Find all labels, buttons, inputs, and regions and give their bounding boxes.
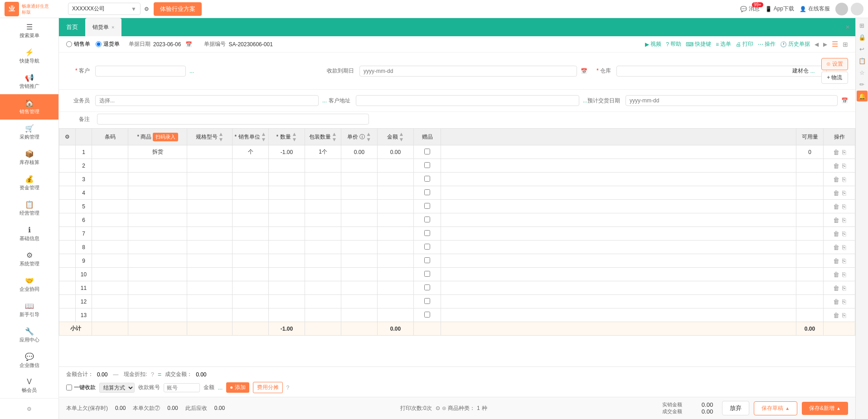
sidebar-bottom-gear[interactable]: ⚙ [0, 402, 58, 416]
sidebar-item-11[interactable]: 📖新手引导 [0, 297, 58, 323]
cell-qty-6[interactable] [269, 227, 305, 241]
cell-spec-0[interactable] [187, 145, 233, 159]
cell-product-3[interactable] [128, 186, 187, 200]
cell-barcode-2[interactable] [92, 173, 128, 186]
cell-barcode-6[interactable] [92, 227, 128, 241]
cell-qty-2[interactable] [269, 173, 305, 186]
cell-price-6[interactable] [341, 227, 378, 241]
cell-gift-2[interactable] [414, 173, 441, 186]
right-tool-undo[interactable]: ↩ [857, 43, 868, 54]
cell-spec-4[interactable] [187, 200, 233, 213]
cell-packqty-5[interactable] [305, 213, 341, 227]
note-input[interactable] [97, 114, 369, 125]
copy-icon-7[interactable]: ⎘ [842, 244, 846, 251]
right-tool-note[interactable]: 📋 [857, 55, 868, 66]
warehouse-input[interactable] [616, 66, 827, 77]
cell-qty-0[interactable]: -1.00 [269, 145, 305, 159]
cell-amount-7[interactable] [378, 241, 414, 254]
cell-packqty-7[interactable] [305, 241, 341, 254]
gift-checkbox-12[interactable] [424, 312, 430, 318]
delete-icon-10[interactable]: 🗑 [833, 284, 839, 292]
avatar2[interactable] [851, 3, 863, 15]
delete-icon-2[interactable]: 🗑 [833, 176, 839, 183]
cell-gift-1[interactable] [414, 159, 441, 173]
cell-unit-0[interactable]: 个 [233, 145, 269, 159]
cell-spec-2[interactable] [187, 173, 233, 186]
cell-spec-5[interactable] [187, 213, 233, 227]
history-action[interactable]: 🕐 历史单据 [780, 40, 810, 48]
cell-amount-10[interactable] [378, 281, 414, 295]
cell-gift-11[interactable] [414, 295, 441, 308]
cell-barcode-9[interactable] [92, 268, 128, 281]
grid-view-icon[interactable]: ⊞ [843, 41, 848, 48]
cell-spec-7[interactable] [187, 241, 233, 254]
sidebar-item-14[interactable]: V畅会员 [0, 373, 58, 398]
discount-help-icon[interactable]: ? [151, 371, 154, 378]
cell-price-8[interactable] [341, 254, 378, 268]
cell-price-11[interactable] [341, 295, 378, 308]
print-action[interactable]: 🖨 打印 [736, 40, 753, 48]
copy-icon-0[interactable]: ⎘ [842, 149, 846, 156]
copy-icon-6[interactable]: ⎘ [842, 230, 846, 237]
message-item[interactable]: 💬 消息 99+ [740, 5, 760, 13]
cell-packqty-3[interactable] [305, 186, 341, 200]
app-download-item[interactable]: 📱 App下载 [765, 5, 794, 13]
delete-icon-0[interactable]: 🗑 [833, 149, 839, 156]
trial-button[interactable]: 体验行业方案 [154, 2, 202, 16]
right-tool-alert[interactable]: 🔔 [857, 91, 868, 101]
cell-product-7[interactable] [128, 241, 187, 254]
cell-product-6[interactable] [128, 227, 187, 241]
cell-gift-7[interactable] [414, 241, 441, 254]
cell-barcode-12[interactable] [92, 308, 128, 322]
gift-checkbox-10[interactable] [424, 284, 430, 290]
cell-spec-6[interactable] [187, 227, 233, 241]
cell-barcode-3[interactable] [92, 186, 128, 200]
right-tool-expand[interactable]: ⊞ [857, 20, 868, 31]
cell-price-10[interactable] [341, 281, 378, 295]
cell-amount-2[interactable] [378, 173, 414, 186]
cell-unit-9[interactable] [233, 268, 269, 281]
cell-unit-1[interactable] [233, 159, 269, 173]
cell-spec-10[interactable] [187, 281, 233, 295]
cell-qty-12[interactable] [269, 308, 305, 322]
cell-amount-9[interactable] [378, 268, 414, 281]
customer-addr-input[interactable] [356, 95, 579, 106]
sidebar-item-8[interactable]: ℹ基础信息 [0, 221, 58, 246]
cell-qty-11[interactable] [269, 295, 305, 308]
cell-product-4[interactable] [128, 200, 187, 213]
copy-icon-11[interactable]: ⎘ [842, 298, 846, 305]
company-selector[interactable]: XXXXXX公司 ▼ [68, 3, 141, 15]
sidebar-item-10[interactable]: 🤝企业协同 [0, 272, 58, 297]
salesman-dots[interactable]: ... [322, 97, 327, 104]
radio-sales-label[interactable]: 销售单 [66, 40, 90, 48]
radio-return-label[interactable]: 退货单 [96, 40, 120, 48]
pay-date-calendar-icon[interactable]: 📅 [581, 68, 587, 74]
close-window-icon[interactable]: ✕ [845, 24, 855, 30]
sidebar-item-5[interactable]: 📦库存核算 [0, 145, 58, 170]
sidebar-bottom-collapse[interactable]: ◀ [0, 416, 58, 419]
operation-action[interactable]: ⋯ 操作 [758, 40, 776, 48]
cell-amount-5[interactable] [378, 213, 414, 227]
sidebar-item-6[interactable]: 💰资金管理 [0, 170, 58, 196]
cell-unit-4[interactable] [233, 200, 269, 213]
cell-barcode-11[interactable] [92, 295, 128, 308]
cell-qty-10[interactable] [269, 281, 305, 295]
cell-gift-8[interactable] [414, 254, 441, 268]
cell-price-2[interactable] [341, 173, 378, 186]
cell-price-3[interactable] [341, 186, 378, 200]
gift-checkbox-11[interactable] [424, 298, 430, 304]
account-input[interactable] [164, 383, 200, 392]
customer-dots[interactable]: ... [189, 68, 194, 74]
cell-barcode-8[interactable] [92, 254, 128, 268]
nav-left-icon[interactable]: ◀ [815, 41, 819, 48]
sidebar-item-0[interactable]: ☰搜索菜单 [0, 18, 58, 43]
cell-amount-8[interactable] [378, 254, 414, 268]
radio-sales-input[interactable] [66, 41, 72, 47]
customer-addr-dots[interactable]: ... [583, 97, 587, 104]
one-click-pay-checkbox[interactable]: 一键收款 [66, 384, 96, 391]
gift-checkbox-0[interactable] [424, 149, 430, 154]
add-button[interactable]: ● 添加 [226, 382, 249, 393]
cell-price-1[interactable] [341, 159, 378, 173]
cell-product-10[interactable] [128, 281, 187, 295]
cell-price-4[interactable] [341, 200, 378, 213]
